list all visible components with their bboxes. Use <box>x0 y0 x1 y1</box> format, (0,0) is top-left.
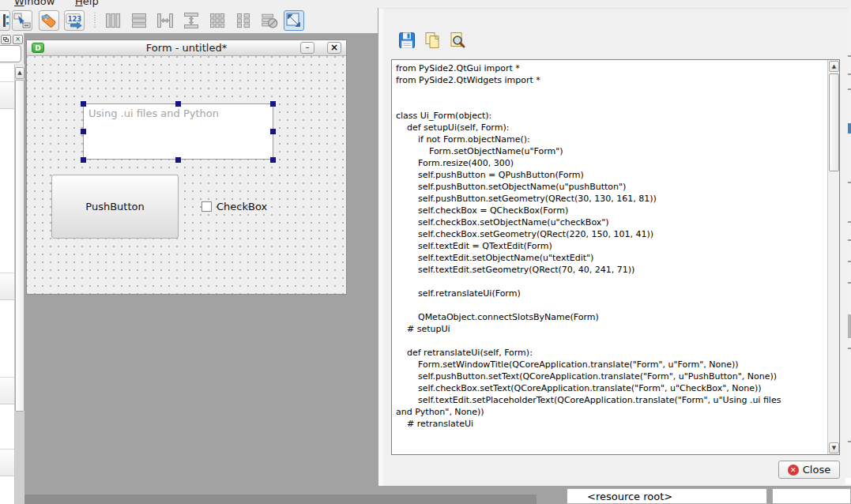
layout-horizontal-splitter-icon[interactable] <box>155 10 175 31</box>
edit-widgets-icon[interactable] <box>0 10 10 31</box>
widget-box-category[interactable] <box>0 273 14 300</box>
widget-box-scrollbar[interactable]: ▲ <box>14 64 24 504</box>
layout-form-icon[interactable] <box>233 10 254 31</box>
save-icon[interactable] <box>397 31 416 50</box>
close-x-icon: ✕ <box>788 465 799 476</box>
qt-designer-workspace: { "menubar": { "items": [ { "label": "Wi… <box>0 0 851 504</box>
menu-help[interactable]: Help <box>75 0 99 7</box>
menu-window[interactable]: Window <box>14 0 55 7</box>
scroll-up-icon[interactable]: ▲ <box>829 61 839 72</box>
pushbutton-widget[interactable]: PushButton <box>51 175 179 239</box>
selection-handle[interactable] <box>175 157 181 163</box>
form-canvas[interactable]: Using .ui files and Python PushButton Ch… <box>27 56 346 294</box>
toolbar-separator <box>94 13 96 28</box>
main-toolbar: 123 <box>0 8 378 34</box>
scroll-up-icon[interactable]: ▲ <box>15 67 24 79</box>
layout-vertical-splitter-icon[interactable] <box>181 10 201 31</box>
form-editor-window: D Form - untitled* – × Using .ui files a… <box>26 39 347 295</box>
dock-close-icon[interactable]: × <box>13 35 23 44</box>
layout-horizontal-icon[interactable] <box>103 10 123 31</box>
edit-signals-slots-icon[interactable] <box>12 10 32 31</box>
widget-box-list[interactable] <box>0 64 14 504</box>
python-code-text[interactable]: from PySide2.QtGui import *from PySide2.… <box>392 60 827 454</box>
selection-handle[interactable] <box>175 101 181 107</box>
selected-row-edge <box>848 123 851 134</box>
adjust-size-icon[interactable] <box>284 10 304 31</box>
selection-handle[interactable] <box>270 129 276 134</box>
copy-icon[interactable] <box>423 31 442 50</box>
layout-vertical-icon[interactable] <box>129 10 149 31</box>
selection-handle[interactable] <box>81 101 86 107</box>
svg-text:123: 123 <box>68 15 82 23</box>
widget-box-category[interactable] <box>0 81 14 109</box>
find-icon[interactable] <box>448 31 467 50</box>
edit-tab-order-icon[interactable]: 123 <box>64 10 85 31</box>
bottom-dock-edge <box>24 495 537 504</box>
close-button[interactable]: ✕ Close <box>778 461 840 479</box>
break-layout-icon[interactable] <box>259 10 280 31</box>
checkbox-indicator[interactable] <box>201 201 212 212</box>
widget-box-panel: × ▲ <box>0 33 24 504</box>
form-minimize-button[interactable]: – <box>300 42 314 54</box>
resource-preview-pane[interactable] <box>772 488 851 504</box>
dock-float-icon[interactable] <box>1 35 11 44</box>
edit-buddies-icon[interactable] <box>39 10 59 31</box>
view-code-dialog: from PySide2.QtGui import *from PySide2.… <box>378 8 848 486</box>
checkbox-label: CheckBox <box>217 201 267 213</box>
menu-bar: Window Help <box>0 0 851 8</box>
close-button-label: Close <box>803 464 830 476</box>
widget-box-category[interactable] <box>0 377 14 404</box>
layout-grid-icon[interactable] <box>207 10 228 31</box>
code-scrollbar[interactable]: ▲ ▼ <box>827 60 839 454</box>
widget-box-category[interactable] <box>0 449 14 476</box>
scroll-down-icon[interactable]: ▼ <box>829 442 839 453</box>
checkbox-widget[interactable]: CheckBox <box>201 201 267 213</box>
selection-handle[interactable] <box>270 101 276 107</box>
selection-handle[interactable] <box>270 157 276 163</box>
widget-filter-input[interactable] <box>0 45 21 62</box>
scrollbar-thumb[interactable] <box>15 80 24 412</box>
form-window-titlebar[interactable]: D Form - untitled* – × <box>27 40 346 56</box>
scrollbar-thumb[interactable] <box>829 73 839 171</box>
generated-code-view[interactable]: from PySide2.QtGui import *from PySide2.… <box>391 59 840 455</box>
resource-root-item[interactable]: <resource root> <box>567 488 767 504</box>
form-window-title: Form - untitled* <box>27 42 346 54</box>
form-close-button[interactable]: × <box>327 42 341 54</box>
panel-corner <box>845 478 851 484</box>
textedit-widget[interactable]: Using .ui files and Python <box>83 103 273 160</box>
selection-handle[interactable] <box>81 157 86 163</box>
right-dock-edge <box>848 8 851 486</box>
selection-handle[interactable] <box>81 129 86 134</box>
